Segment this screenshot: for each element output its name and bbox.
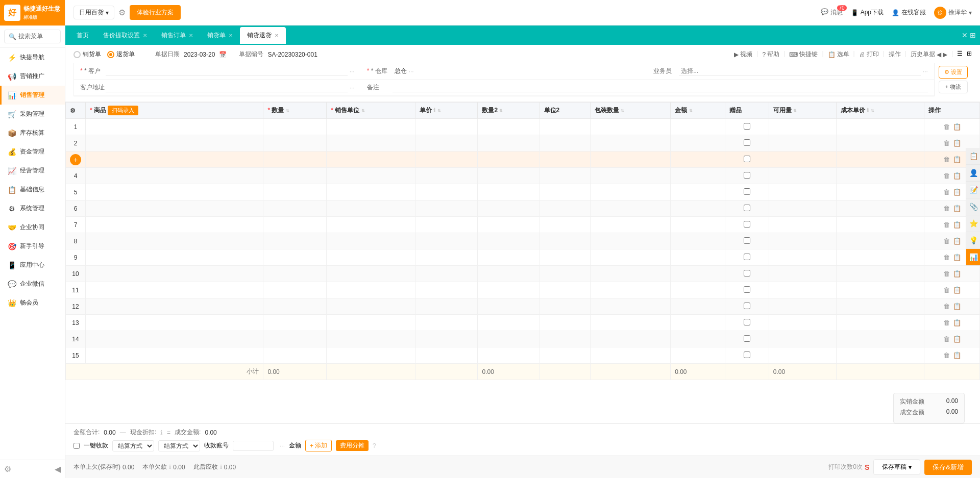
sidebar-item-finance[interactable]: 💰 资金管理 <box>0 142 65 161</box>
delete-icon[interactable]: 🗑 <box>943 303 950 310</box>
packqty-cell[interactable] <box>590 347 670 364</box>
right-panel-icon-2[interactable]: 👤 <box>966 165 980 182</box>
product-cell[interactable] <box>86 217 263 233</box>
available-cell[interactable] <box>769 152 836 168</box>
unit2-cell[interactable] <box>540 119 590 135</box>
copy-icon[interactable]: 📋 <box>953 270 961 278</box>
unit-cell[interactable] <box>327 347 415 364</box>
gift-checkbox[interactable] <box>744 351 750 358</box>
sidebar-item-system[interactable]: ⚙ 系统管理 <box>0 199 65 218</box>
price-cell[interactable] <box>415 119 478 135</box>
delete-icon[interactable]: 🗑 <box>943 319 950 326</box>
industry-select[interactable]: 日用百货 ▾ <box>74 6 114 19</box>
staff-input[interactable] <box>679 66 921 76</box>
sidebar-item-operations[interactable]: 📈 经营管理 <box>0 161 65 180</box>
collapse-icon[interactable]: ◀ <box>55 464 61 474</box>
qty-cell[interactable] <box>263 315 327 331</box>
qty2-cell[interactable] <box>478 119 540 135</box>
action-help[interactable]: ? 帮助 <box>763 50 780 59</box>
logistics-button[interactable]: + 物流 <box>939 81 968 93</box>
copy-icon[interactable]: 📋 <box>953 221 961 229</box>
gift-checkbox[interactable] <box>744 172 750 179</box>
right-panel-icon-6[interactable]: 💡 <box>966 232 980 249</box>
qty2-cell[interactable] <box>478 184 540 200</box>
amount-cell[interactable] <box>671 135 725 152</box>
scan-input-button[interactable]: 扫码录入 <box>108 106 138 115</box>
right-panel-icon-1[interactable]: 📋 <box>966 148 980 165</box>
sidebar-item-purchase[interactable]: 🛒 采购管理 <box>0 105 65 123</box>
available-cell[interactable] <box>769 298 836 315</box>
packqty-sort-icon[interactable]: ⇅ <box>621 109 624 113</box>
product-cell[interactable] <box>86 315 263 331</box>
cost-price-info-icon[interactable]: ℹ <box>867 107 869 113</box>
gift-cell[interactable] <box>725 119 769 135</box>
unit-cell[interactable] <box>327 331 415 347</box>
unit-cell[interactable] <box>327 200 415 217</box>
action-history[interactable]: 历史单据 ◀ ▶ <box>911 50 947 59</box>
delete-icon[interactable]: 🗑 <box>943 351 950 359</box>
amount-cell[interactable] <box>671 184 725 200</box>
qty2-cell[interactable] <box>478 233 540 249</box>
gift-checkbox[interactable] <box>744 205 750 211</box>
gift-cell[interactable] <box>725 298 769 315</box>
unit2-cell[interactable] <box>540 200 590 217</box>
window-minimize-icon[interactable]: ✕ <box>962 31 968 39</box>
radio-return[interactable]: 退货单 <box>107 50 135 59</box>
unit-cell[interactable] <box>327 266 415 282</box>
fee-info-icon[interactable]: ? <box>373 442 376 449</box>
delete-icon[interactable]: 🗑 <box>943 221 950 229</box>
settings-button[interactable]: ⚙ 设置 <box>939 66 968 79</box>
cost-price-cell[interactable] <box>836 184 924 200</box>
price-cell[interactable] <box>415 217 478 233</box>
qty-sort-icon[interactable]: ⇅ <box>286 109 289 113</box>
packqty-cell[interactable] <box>590 233 670 249</box>
qty-cell[interactable] <box>263 168 327 184</box>
price-cell[interactable] <box>415 266 478 282</box>
gift-checkbox[interactable] <box>744 237 750 244</box>
gift-checkbox[interactable] <box>744 139 750 146</box>
gift-checkbox[interactable] <box>744 270 750 276</box>
fee-split-button[interactable]: 费用分摊 <box>336 440 369 451</box>
price-cell[interactable] <box>415 200 478 217</box>
unit-cell[interactable] <box>327 282 415 298</box>
qty-cell[interactable] <box>263 347 327 364</box>
available-cell[interactable] <box>769 217 836 233</box>
action-select[interactable]: 📋 选单 <box>828 50 849 59</box>
amount-cell[interactable] <box>671 152 725 168</box>
gift-cell[interactable] <box>725 233 769 249</box>
copy-icon[interactable]: 📋 <box>953 319 961 326</box>
gift-checkbox[interactable] <box>744 286 750 293</box>
account-select-icon[interactable]: ··· <box>280 442 285 449</box>
delete-icon[interactable]: 🗑 <box>943 139 950 147</box>
cost-price-cell[interactable] <box>836 135 924 152</box>
staff-select-icon[interactable]: ··· <box>923 68 928 75</box>
app-download-item[interactable]: 📱 App下载 <box>851 8 884 17</box>
unit2-cell[interactable] <box>540 135 590 152</box>
amount-cell[interactable] <box>671 249 725 266</box>
qty-cell[interactable] <box>263 119 327 135</box>
qty-cell[interactable] <box>263 233 327 249</box>
tab-sale-return[interactable]: 销货退货 ✕ <box>240 27 286 44</box>
available-cell[interactable] <box>769 282 836 298</box>
th-settings[interactable]: ⚙ <box>66 103 86 119</box>
available-cell[interactable] <box>769 331 836 347</box>
packqty-cell[interactable] <box>590 152 670 168</box>
qty-cell[interactable] <box>263 249 327 266</box>
available-cell[interactable] <box>769 119 836 135</box>
qty-cell[interactable] <box>263 282 327 298</box>
delete-icon[interactable]: 🗑 <box>943 286 950 294</box>
delete-icon[interactable]: 🗑 <box>943 335 950 343</box>
gift-cell[interactable] <box>725 200 769 217</box>
unit-sort-icon[interactable]: ⇅ <box>361 109 365 113</box>
tab-sale-delivery[interactable]: 销货单 ✕ <box>200 27 240 44</box>
available-cell[interactable] <box>769 266 836 282</box>
action-shortcut[interactable]: ⌨ 快捷键 <box>789 50 818 59</box>
note-input[interactable] <box>393 83 928 92</box>
cost-price-cell[interactable] <box>836 233 924 249</box>
copy-icon[interactable]: 📋 <box>953 123 961 131</box>
gift-checkbox[interactable] <box>744 303 750 309</box>
tab-sale-order[interactable]: 销售订单 ✕ <box>154 27 200 44</box>
view-grid-icon[interactable]: ⊞ <box>967 50 972 59</box>
price-cell[interactable] <box>415 347 478 364</box>
packqty-cell[interactable] <box>590 168 670 184</box>
